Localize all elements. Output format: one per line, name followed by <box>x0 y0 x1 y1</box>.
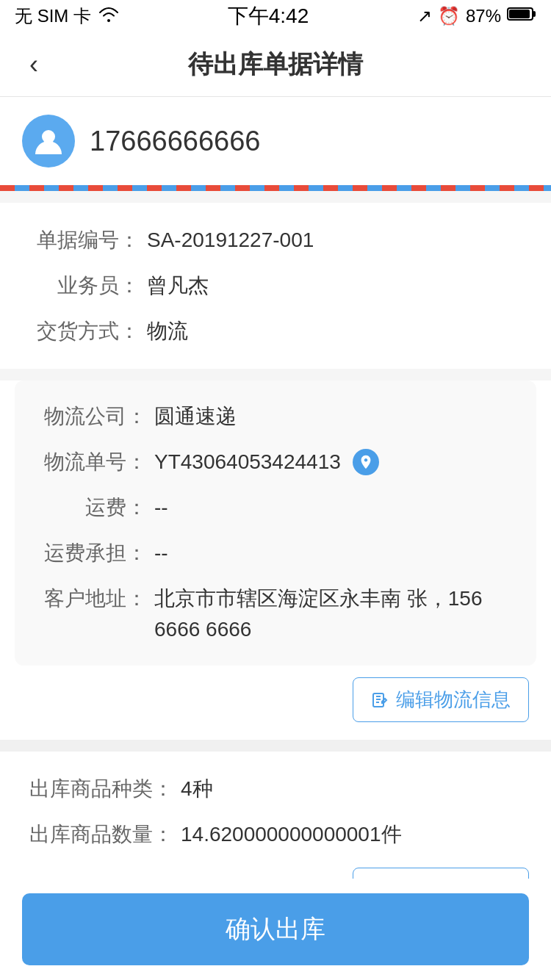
address-label: 客户地址： <box>37 583 154 614</box>
status-time: 下午4:42 <box>228 2 309 30</box>
avatar <box>22 115 75 167</box>
dashed-divider <box>0 185 551 191</box>
address-value: 北京市市辖区海淀区永丰南 张，156 6666 6666 <box>154 583 514 645</box>
goods-types-label: 出库商品种类： <box>29 774 181 804</box>
nav-bar: ‹ 待出库单据详情 <box>0 32 551 97</box>
freight-bear-value: -- <box>154 538 514 569</box>
logistics-company-row: 物流公司： 圆通速递 <box>37 401 514 432</box>
goods-types-row: 出库商品种类： 4种 <box>29 774 522 804</box>
freight-value: -- <box>154 492 514 523</box>
map-location-icon[interactable] <box>353 449 379 475</box>
status-bar: 无 SIM 卡 下午4:42 ↗ ⏰ 87% <box>0 0 551 32</box>
confirm-button-wrap: 确认出库 <box>0 879 551 980</box>
freight-bear-label: 运费承担： <box>37 538 154 569</box>
battery-level: 87% <box>466 6 501 26</box>
customer-phone: 17666666666 <box>90 126 260 157</box>
confirm-outbound-button[interactable]: 确认出库 <box>22 893 529 965</box>
customer-header: 17666666666 <box>0 97 551 185</box>
delivery-value: 物流 <box>147 316 522 347</box>
goods-quantity-value: 14.620000000000001件 <box>181 819 522 850</box>
goods-section: 出库商品种类： 4种 出库商品数量： 14.620000000000001件 <box>0 752 551 868</box>
status-left: 无 SIM 卡 <box>15 4 119 28</box>
agent-value: 曾凡杰 <box>147 270 522 301</box>
location-indicator: ↗ <box>417 6 432 26</box>
order-info-section: 单据编号： SA-20191227-001 业务员： 曾凡杰 交货方式： 物流 <box>0 203 551 369</box>
goods-types-value: 4种 <box>181 774 522 804</box>
svg-rect-1 <box>533 11 536 17</box>
delivery-row: 交货方式： 物流 <box>29 316 522 347</box>
freight-bear-row: 运费承担： -- <box>37 538 514 569</box>
gray-separator <box>0 740 551 752</box>
goods-quantity-label: 出库商品数量： <box>29 819 181 850</box>
back-button[interactable]: ‹ <box>22 42 46 87</box>
agent-row: 业务员： 曾凡杰 <box>29 270 522 301</box>
order-id-value: SA-20191227-001 <box>147 225 522 256</box>
edit-logistics-container: 编辑物流信息 <box>0 677 551 740</box>
edit-logistics-label: 编辑物流信息 <box>396 687 511 713</box>
status-right: ↗ ⏰ 87% <box>417 6 536 26</box>
logistics-company-label: 物流公司： <box>37 401 154 432</box>
sim-status: 无 SIM 卡 <box>15 4 91 28</box>
delivery-label: 交货方式： <box>29 316 147 347</box>
alarm-icon: ⏰ <box>438 6 460 26</box>
freight-label: 运费： <box>37 492 154 523</box>
freight-row: 运费： -- <box>37 492 514 523</box>
address-row: 客户地址： 北京市市辖区海淀区永丰南 张，156 6666 6666 <box>37 583 514 645</box>
agent-label: 业务员： <box>29 270 147 301</box>
logistics-company-value: 圆通速递 <box>154 401 514 432</box>
logistics-card: 物流公司： 圆通速递 物流单号： YT43064053424413 运费： -- <box>15 381 536 666</box>
logistics-tracking-label: 物流单号： <box>37 447 154 478</box>
logistics-tracking-row: 物流单号： YT43064053424413 <box>37 447 514 478</box>
svg-rect-2 <box>509 10 530 18</box>
edit-logistics-button[interactable]: 编辑物流信息 <box>353 677 529 722</box>
page-title: 待出库单据详情 <box>188 48 363 82</box>
logistics-tracking-value: YT43064053424413 <box>154 447 514 478</box>
wifi-icon <box>98 6 119 26</box>
order-id-label: 单据编号： <box>29 225 147 256</box>
order-id-row: 单据编号： SA-20191227-001 <box>29 225 522 256</box>
goods-quantity-row: 出库商品数量： 14.620000000000001件 <box>29 819 522 850</box>
battery-icon <box>507 6 536 26</box>
